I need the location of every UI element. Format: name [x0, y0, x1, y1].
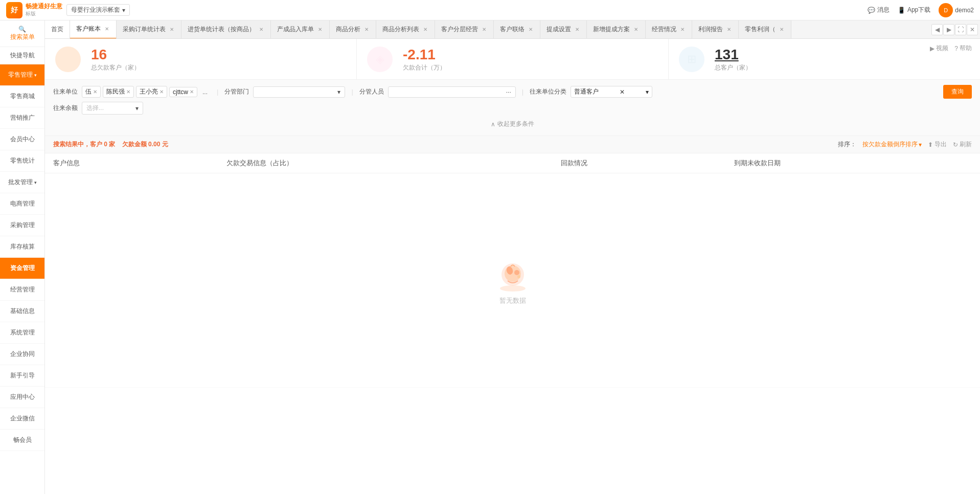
tab-inbound-stats[interactable]: 进货单统计表（按商品） ✕ — [181, 20, 271, 39]
unit-label: 往来单位 — [53, 87, 78, 96]
tab-new-raise-plan[interactable]: 新增提成方案 ✕ — [587, 20, 646, 39]
sort-select[interactable]: 按欠款金额倒序排序 ▾ — [862, 140, 922, 149]
tag-close-chenminqiang[interactable]: ✕ — [126, 89, 130, 95]
debt-total-icon: ◈ — [367, 47, 393, 72]
tab-customer-book[interactable]: 客户账本 ✕ — [70, 20, 117, 39]
sidebar-item-vip-member[interactable]: 畅会员 — [0, 430, 44, 451]
tab-more[interactable]: ✕ — [967, 24, 978, 35]
sidebar-item-enterprise-coop[interactable]: 企业协同 — [0, 344, 44, 365]
debt-total-label: 欠款合计（万） — [403, 63, 446, 72]
data-table: 客户信息 欠款交易信息（占比） 回款情况 到期未收款日期 — [45, 153, 980, 388]
person-dropdown[interactable]: ··· — [388, 86, 516, 98]
tab-product-list[interactable]: 商品分析列表 ✕ — [376, 20, 435, 39]
debt-total-value: -2.11 — [403, 46, 446, 63]
logo-area: 好 畅捷通好生意 标版 — [6, 2, 62, 18]
logo-text-block: 畅捷通好生意 标版 — [26, 3, 62, 18]
tab-close-profit-report[interactable]: ✕ — [726, 27, 732, 32]
export-btn[interactable]: ⬆ 导出 — [928, 140, 947, 149]
app-download-btn[interactable]: 📱 App下载 — [898, 6, 930, 14]
search-label: 搜索菜单 — [4, 33, 40, 41]
filter-bar: 往来单位 伍 ✕ 陈民强 ✕ 王小亮 ✕ cjttcw — [45, 80, 980, 136]
tab-close-product-list[interactable]: ✕ — [422, 27, 428, 32]
chevron-up-icon: ∧ — [491, 121, 495, 128]
sidebar-search[interactable]: 🔍 搜索菜单 — [0, 20, 44, 47]
dept-dropdown[interactable]: ▾ — [253, 86, 345, 98]
tab-nav-buttons: ◀ ▶ ⛶ ✕ — [931, 24, 980, 35]
page-content: ¥ 16 总欠款客户（家） ◈ -2.11 欠款合计（万） ⊞ 131 总客户（… — [45, 39, 980, 494]
message-btn[interactable]: 💬 消息 — [868, 6, 890, 14]
tab-operations[interactable]: 经营情况 ✕ — [646, 20, 692, 39]
sidebar-item-new-guide[interactable]: 新手引导 — [0, 365, 44, 387]
tab-raise-settings[interactable]: 提成设置 ✕ — [540, 20, 587, 39]
tab-scroll-right[interactable]: ▶ — [943, 24, 954, 35]
tag-cjttcw[interactable]: cjttcw ✕ — [169, 87, 197, 97]
tab-close-raise-settings[interactable]: ✕ — [574, 27, 580, 32]
tab-close-product-analysis[interactable]: ✕ — [363, 27, 370, 32]
tag-close-wu[interactable]: ✕ — [93, 89, 97, 95]
tab-close-operations[interactable]: ✕ — [679, 27, 686, 32]
sidebar-item-ops-mgmt[interactable]: 经营管理 — [0, 279, 44, 301]
tab-profit-report[interactable]: 利润报告 ✕ — [692, 20, 739, 39]
sidebar-item-retail-shop[interactable]: 零售商城 — [0, 86, 44, 107]
sidebar-item-purchase-mgmt[interactable]: 采购管理 — [0, 215, 44, 236]
header-right: 💬 消息 📱 App下载 D demo2 — [868, 3, 974, 17]
tab-close-purchase-order[interactable]: ✕ — [169, 27, 175, 32]
col-customer-info: 客户信息 — [45, 153, 218, 173]
tab-close-new-raise-plan[interactable]: ✕ — [633, 27, 639, 32]
video-help-btn[interactable]: ▶ 视频 — [930, 44, 948, 53]
tab-scroll-left[interactable]: ◀ — [931, 24, 943, 35]
tab-customer-link[interactable]: 客户联络 ✕ — [494, 20, 540, 39]
tab-fullscreen[interactable]: ⛶ — [955, 24, 966, 35]
collapse-btn[interactable]: ∧ 收起更多条件 — [53, 118, 972, 130]
sidebar-item-member-center[interactable]: 会员中心 — [0, 129, 44, 150]
balance-dropdown[interactable]: 选择... ▾ — [82, 102, 143, 115]
total-customers-value: 131 — [715, 46, 751, 63]
tab-product-inbound[interactable]: 产成品入库单 ✕ — [271, 20, 330, 39]
classify-label: 往来单位分类 — [530, 87, 566, 96]
tab-close-customer-book[interactable]: ✕ — [104, 26, 110, 32]
sidebar-item-retail-mgmt[interactable]: 零售管理 ▾ — [0, 64, 44, 86]
tag-chenminqiang[interactable]: 陈民强 ✕ — [103, 86, 134, 98]
user-area[interactable]: D demo2 — [939, 3, 974, 17]
tab-close-inbound-stats[interactable]: ✕ — [258, 27, 264, 32]
chevron-down-icon: ▾ — [337, 88, 340, 96]
tab-customer-layer[interactable]: 客户分层经营 ✕ — [435, 20, 494, 39]
result-bar: 搜索结果中，客户 0 家 欠款金额 0.00 元 排序： 按欠款金额倒序排序 ▾… — [45, 136, 980, 153]
tab-close-customer-link[interactable]: ✕ — [528, 27, 534, 32]
refresh-btn[interactable]: ↻ 刷新 — [953, 140, 972, 149]
sidebar-item-marketing[interactable]: 营销推广 — [0, 107, 44, 129]
sidebar-item-app-center[interactable]: 应用中心 — [0, 387, 44, 408]
chevron-down-icon: ▾ — [135, 105, 139, 112]
classify-tag[interactable]: 普通客户 ✕ ▾ — [571, 86, 652, 98]
query-button[interactable]: 查询 — [943, 85, 972, 99]
tag-wangxiaoliang[interactable]: 王小亮 ✕ — [136, 86, 167, 98]
sidebar-item-retail-stats[interactable]: 零售统计 — [0, 150, 44, 172]
stat-help-links: ▶ 视频 ? 帮助 — [930, 44, 972, 53]
store-selector[interactable]: 母婴行业演示帐套 ▾ — [66, 4, 130, 16]
tag-wu[interactable]: 伍 ✕ — [82, 86, 101, 98]
logo-sub: 标版 — [26, 10, 62, 17]
more-tags-btn[interactable]: ... — [199, 87, 211, 97]
tab-close-retail-profit[interactable]: ✕ — [779, 27, 785, 32]
tab-close-product-inbound[interactable]: ✕ — [317, 27, 323, 32]
sidebar-item-ecommerce-mgmt[interactable]: 电商管理 — [0, 193, 44, 215]
sidebar-item-system-mgmt[interactable]: 系统管理 — [0, 322, 44, 344]
tab-retail-profit[interactable]: 零售利润（ ✕ — [739, 20, 791, 39]
sidebar-item-basic-info[interactable]: 基础信息 — [0, 301, 44, 322]
tab-product-analysis[interactable]: 商品分析 ✕ — [330, 20, 376, 39]
sidebar: 🔍 搜索菜单 快捷导航 零售管理 ▾ 零售商城 营销推广 会员中心 零售统计 批… — [0, 20, 45, 494]
sidebar-item-enterprise-wechat[interactable]: 企业微信 — [0, 408, 44, 430]
sidebar-item-wholesale-mgmt[interactable]: 批发管理 ▾ — [0, 172, 44, 193]
tag-close-wangxiaoliang[interactable]: ✕ — [159, 89, 164, 95]
sidebar-item-capital-mgmt[interactable]: 资金管理 — [0, 258, 44, 279]
sidebar-item-inventory-check[interactable]: 库存核算 — [0, 236, 44, 258]
tab-home[interactable]: 首页 — [45, 20, 70, 39]
empty-state: 暂无数据 — [45, 214, 980, 346]
tab-close-customer-layer[interactable]: ✕ — [481, 27, 487, 32]
help-btn[interactable]: ? 帮助 — [954, 44, 972, 53]
classify-tag-close[interactable]: ✕ — [620, 88, 625, 96]
tab-purchase-order[interactable]: 采购订单统计表 ✕ — [117, 20, 181, 39]
header-left: 好 畅捷通好生意 标版 母婴行业演示帐套 ▾ — [6, 2, 130, 18]
sidebar-quick-nav[interactable]: 快捷导航 — [0, 47, 44, 64]
tag-close-cjttcw[interactable]: ✕ — [190, 89, 194, 95]
